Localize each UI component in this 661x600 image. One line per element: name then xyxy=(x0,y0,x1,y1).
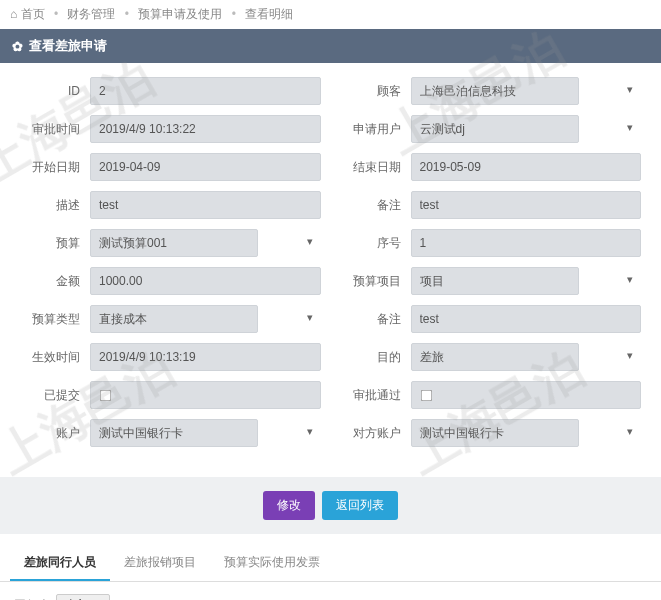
label-id: ID xyxy=(20,84,90,98)
label-approve-time: 审批时间 xyxy=(20,121,90,138)
label-customer: 顾客 xyxy=(341,83,411,100)
breadcrumb: ⌂ 首页 • 财务管理 • 预算申请及使用 • 查看明细 xyxy=(0,0,661,29)
back-button[interactable]: 返回列表 xyxy=(322,491,398,520)
input-approve-time[interactable] xyxy=(90,115,321,143)
filter-label: 同行人 xyxy=(14,597,50,601)
select-apply-user[interactable] xyxy=(411,115,579,143)
select-purpose[interactable] xyxy=(411,343,579,371)
filter-select[interactable]: 全部 xyxy=(56,594,110,600)
checkbox-submitted-wrap xyxy=(90,381,321,409)
label-remark2: 备注 xyxy=(341,311,411,328)
panel-title: 查看差旅申请 xyxy=(29,37,107,55)
label-apply-user: 申请用户 xyxy=(341,121,411,138)
breadcrumb-sep: • xyxy=(232,7,236,21)
breadcrumb-home[interactable]: 首页 xyxy=(21,7,45,21)
gear-icon: ✿ xyxy=(12,39,23,54)
input-amount[interactable] xyxy=(90,267,321,295)
label-end-date: 结束日期 xyxy=(341,159,411,176)
form-area: ID 顾客 审批时间 申请用户 开始日期 结束日期 xyxy=(0,63,661,467)
select-customer[interactable] xyxy=(411,77,579,105)
checkbox-approved[interactable] xyxy=(420,389,432,401)
tab-reimburse-items[interactable]: 差旅报销项目 xyxy=(110,546,210,581)
input-remark1[interactable] xyxy=(411,191,642,219)
select-budget-item[interactable] xyxy=(411,267,579,295)
label-submitted: 已提交 xyxy=(20,387,90,404)
label-start-date: 开始日期 xyxy=(20,159,90,176)
input-desc[interactable] xyxy=(90,191,321,219)
label-amount: 金额 xyxy=(20,273,90,290)
sub-filter: 同行人 全部 xyxy=(14,594,647,600)
label-purpose: 目的 xyxy=(341,349,411,366)
panel-header: ✿ 查看差旅申请 xyxy=(0,29,661,63)
breadcrumb-sep: • xyxy=(125,7,129,21)
label-seq: 序号 xyxy=(341,235,411,252)
checkbox-approved-wrap xyxy=(411,381,642,409)
breadcrumb-sep: • xyxy=(54,7,58,21)
label-desc: 描述 xyxy=(20,197,90,214)
input-remark2[interactable] xyxy=(411,305,642,333)
input-id[interactable] xyxy=(90,77,321,105)
select-account[interactable] xyxy=(90,419,258,447)
breadcrumb-l3[interactable]: 预算申请及使用 xyxy=(138,7,222,21)
label-budget: 预算 xyxy=(20,235,90,252)
label-budget-type: 预算类型 xyxy=(20,311,90,328)
input-start-date[interactable] xyxy=(90,153,321,181)
input-seq[interactable] xyxy=(411,229,642,257)
tabs: 差旅同行人员 差旅报销项目 预算实际使用发票 xyxy=(0,546,661,582)
breadcrumb-l4[interactable]: 查看明细 xyxy=(245,7,293,21)
action-bar: 修改 返回列表 xyxy=(0,477,661,534)
label-approved: 审批通过 xyxy=(341,387,411,404)
label-remark1: 备注 xyxy=(341,197,411,214)
select-budget-type[interactable] xyxy=(90,305,258,333)
home-icon: ⌂ xyxy=(10,7,17,21)
tab-actual-invoices[interactable]: 预算实际使用发票 xyxy=(210,546,334,581)
label-counter-account: 对方账户 xyxy=(341,425,411,442)
select-budget[interactable] xyxy=(90,229,258,257)
label-effective-time: 生效时间 xyxy=(20,349,90,366)
label-account: 账户 xyxy=(20,425,90,442)
edit-button[interactable]: 修改 xyxy=(263,491,315,520)
breadcrumb-l2[interactable]: 财务管理 xyxy=(67,7,115,21)
tab-companions[interactable]: 差旅同行人员 xyxy=(10,546,110,581)
input-end-date[interactable] xyxy=(411,153,642,181)
select-counter-account[interactable] xyxy=(411,419,579,447)
label-budget-item: 预算项目 xyxy=(341,273,411,290)
input-effective-time[interactable] xyxy=(90,343,321,371)
sub-panel: 同行人 全部 👤 差旅同行人员 同行人 备注 员工007 001 查看 🗑删除 xyxy=(14,594,647,600)
checkbox-submitted[interactable] xyxy=(100,389,112,401)
